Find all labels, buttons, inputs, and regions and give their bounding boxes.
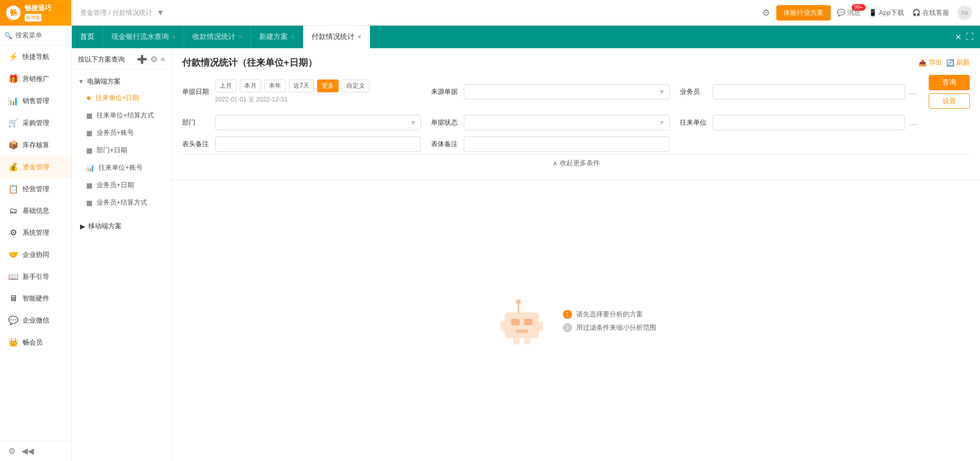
- search-menu[interactable]: 🔍 搜索菜单: [0, 26, 71, 46]
- sidebar-item-label: 库存核算: [23, 141, 49, 150]
- partner-dots[interactable]: …: [909, 118, 918, 127]
- scheme-item-client-settle[interactable]: ▦ 往来单位+结算方式: [72, 107, 171, 124]
- scheme-item-label: 往来单位+结算方式: [96, 111, 154, 120]
- user-avatar[interactable]: Rit: [957, 6, 972, 20]
- staff-label: 业务员: [680, 87, 709, 96]
- scheme-item-dept-date[interactable]: ▦ 部门+日期: [72, 142, 171, 159]
- empty-tips: 1 请先选择要分析的方案 2 用过滤条件来缩小分析范围: [563, 310, 656, 332]
- refresh-btn[interactable]: 🔄 刷新: [946, 58, 970, 67]
- date-more-btn[interactable]: 更多: [317, 79, 339, 92]
- messages-btn[interactable]: 💬 消息 99+: [837, 8, 860, 17]
- svg-rect-4: [500, 321, 505, 332]
- sidebar-item-label: 营销推广: [23, 74, 49, 84]
- sidebar-item-marketing[interactable]: 🎁 营销推广: [0, 68, 71, 90]
- add-scheme-icon[interactable]: ➕: [137, 54, 147, 64]
- sidebar-item-guide[interactable]: 📖 新手引导: [0, 266, 71, 288]
- scheme-item-staff-settle[interactable]: ▦ 业务员+结算方式: [72, 194, 171, 211]
- query-btn[interactable]: 查询: [929, 75, 970, 90]
- tab-expand-icon[interactable]: ⛶: [966, 32, 974, 42]
- collapse-panel-icon[interactable]: «: [161, 54, 165, 64]
- partner-label: 往来单位: [680, 118, 709, 127]
- app-icon: 📱: [869, 9, 877, 16]
- tip-text-2: 用过滤条件来缩小分析范围: [576, 323, 656, 332]
- sidebar-item-member[interactable]: 👑 畅会员: [0, 331, 71, 353]
- tab-new-scheme-close[interactable]: ×: [291, 33, 295, 41]
- scheme-settings-icon[interactable]: ⚙: [150, 54, 158, 64]
- staff-input[interactable]: [713, 84, 905, 99]
- mobile-section-header[interactable]: ▶ 移动端方案: [72, 218, 171, 234]
- date-last-month-btn[interactable]: 上月: [215, 79, 237, 92]
- mobile-arrow-icon: ▶: [80, 223, 85, 230]
- filter-status-item: 单据状态 ▼: [431, 115, 670, 130]
- date-this-month-btn[interactable]: 本月: [240, 79, 261, 92]
- sidebar-item-enterprise[interactable]: 🤝 企业协同: [0, 244, 71, 266]
- scheme-item-staff-account[interactable]: ▦ 业务员+账号: [72, 124, 171, 142]
- scheme-item-client-date[interactable]: ● 往来单位+日期: [72, 89, 171, 107]
- header-gear-icon[interactable]: ⚙: [762, 7, 770, 18]
- tab-new-scheme[interactable]: 新建方案 ×: [251, 26, 303, 48]
- tab-home[interactable]: 首页: [72, 26, 103, 48]
- content-area: 按以下方案查询 ➕ ⚙ « ▼ 电脑端方案 ● 往来单位+日期 ▦: [72, 48, 980, 461]
- logo-text: 畅捷通巧: [25, 4, 51, 12]
- messages-badge: 99+: [852, 4, 866, 11]
- sidebar-item-inventory[interactable]: 📦 库存核算: [0, 134, 71, 156]
- sidebar-item-operations[interactable]: 📋 经营管理: [0, 178, 71, 200]
- sidebar-item-finance[interactable]: 💰 资金管理: [0, 156, 71, 178]
- filter-row-3: 表头备注 表体备注: [182, 136, 970, 152]
- scheme-item-label: 业务员+账号: [96, 128, 134, 137]
- partner-input[interactable]: [713, 115, 905, 130]
- sidebar-item-wechat[interactable]: 💬 企业微信: [0, 309, 71, 331]
- sidebar-item-basic[interactable]: 🗂 基础信息: [0, 200, 71, 222]
- left-panel-icons: ➕ ⚙ «: [137, 54, 165, 64]
- desktop-section-header[interactable]: ▼ 电脑端方案: [72, 74, 171, 89]
- filter-body-note-item: 表体备注: [431, 136, 670, 152]
- body-note-input[interactable]: [464, 136, 670, 152]
- tab-bank-flow-close[interactable]: ×: [172, 33, 175, 41]
- collapse-arrow-icon: ∧: [553, 159, 558, 167]
- footer-collapse-icon[interactable]: ◀◀: [22, 446, 34, 456]
- sidebar-item-hardware[interactable]: 🖥 智能硬件: [0, 288, 71, 309]
- scheme-icon: ▦: [86, 199, 92, 207]
- header-note-input[interactable]: [215, 136, 421, 152]
- scheme-item-staff-date[interactable]: ▦ 业务员+日期: [72, 176, 171, 194]
- dept-select-arrow: ▼: [410, 119, 416, 126]
- sidebar-item-label: 新手引导: [23, 272, 49, 282]
- industry-btn[interactable]: 体验行业方案: [776, 5, 831, 21]
- status-select[interactable]: ▼: [464, 115, 670, 130]
- export-btn[interactable]: 📤 导出: [918, 58, 942, 67]
- wechat-icon: 💬: [8, 315, 18, 325]
- sidebar-item-sales[interactable]: 📊 销售管理: [0, 90, 71, 112]
- tab-receipt-stats-label: 收款情况统计: [192, 32, 236, 42]
- collapse-conditions-btn[interactable]: ∧ 收起更多条件: [182, 154, 970, 172]
- svg-rect-5: [538, 321, 543, 332]
- tab-payment-stats-close[interactable]: ×: [358, 33, 361, 41]
- tab-close-all-icon[interactable]: ✕: [955, 32, 962, 42]
- date-custom-btn[interactable]: 自定义: [342, 79, 369, 92]
- online-service-btn[interactable]: 🎧 在线客服: [912, 8, 949, 17]
- sidebar-item-quick-nav[interactable]: ⚡ 快捷导航: [0, 46, 71, 68]
- scheme-icon: 📊: [86, 164, 94, 172]
- tab-bank-flow[interactable]: 现金银行流水查询 ×: [103, 26, 184, 48]
- tab-bank-flow-label: 现金银行流水查询: [111, 32, 169, 42]
- settings-btn[interactable]: 设置: [929, 93, 970, 109]
- breadcrumb-dropdown[interactable]: ▼: [156, 8, 165, 17]
- staff-dots[interactable]: …: [909, 87, 918, 96]
- filter-header-note-item: 表头备注: [182, 136, 421, 152]
- tip-num-1: 1: [563, 310, 572, 319]
- scheme-item-client-account[interactable]: 📊 往来单位+账号: [72, 159, 171, 176]
- dept-select[interactable]: ▼: [215, 115, 421, 130]
- footer-gear-icon[interactable]: ⚙: [8, 446, 15, 456]
- sidebar-item-purchase[interactable]: 🛒 采购管理: [0, 112, 71, 134]
- date-7days-btn[interactable]: 近7天: [289, 79, 314, 92]
- member-icon: 👑: [8, 337, 18, 347]
- filter-row-1: 单据日期 上月 本月 本年 近7天 更多 自定义 20: [182, 75, 970, 109]
- date-this-year-btn[interactable]: 本年: [264, 79, 286, 92]
- tab-payment-stats[interactable]: 付款情况统计 ×: [303, 26, 370, 48]
- source-select[interactable]: ▼: [464, 84, 670, 99]
- tab-receipt-stats-close[interactable]: ×: [239, 33, 242, 41]
- sidebar-item-system[interactable]: ⚙ 系统管理: [0, 222, 71, 244]
- app-download-btn[interactable]: 📱 App下载: [869, 8, 904, 17]
- tab-receipt-stats[interactable]: 收款情况统计 ×: [184, 26, 251, 48]
- export-icon: 📤: [918, 59, 927, 67]
- date-label: 单据日期: [182, 87, 211, 96]
